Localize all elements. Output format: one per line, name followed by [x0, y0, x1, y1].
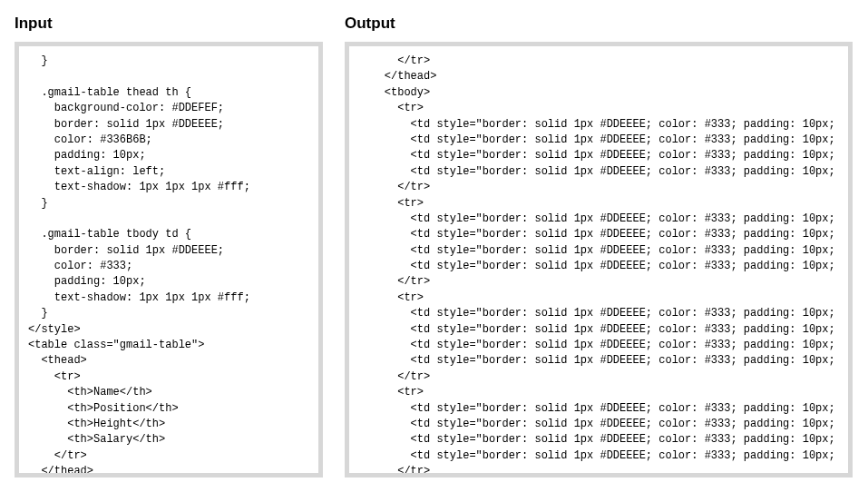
- two-column-layout: Input } .gmail-table thead th { backgrou…: [15, 15, 853, 477]
- input-column: Input } .gmail-table thead th { backgrou…: [15, 15, 323, 477]
- output-column: Output </tr> </thead> <tbody> <tr> <td s…: [345, 15, 853, 477]
- input-heading: Input: [15, 15, 323, 33]
- output-heading: Output: [345, 15, 853, 33]
- output-codebox: </tr> </thead> <tbody> <tr> <td style="b…: [345, 42, 853, 477]
- input-code: } .gmail-table thead th { background-col…: [28, 54, 309, 477]
- input-codebox: } .gmail-table thead th { background-col…: [15, 42, 323, 477]
- output-code: </tr> </thead> <tbody> <tr> <td style="b…: [358, 54, 839, 477]
